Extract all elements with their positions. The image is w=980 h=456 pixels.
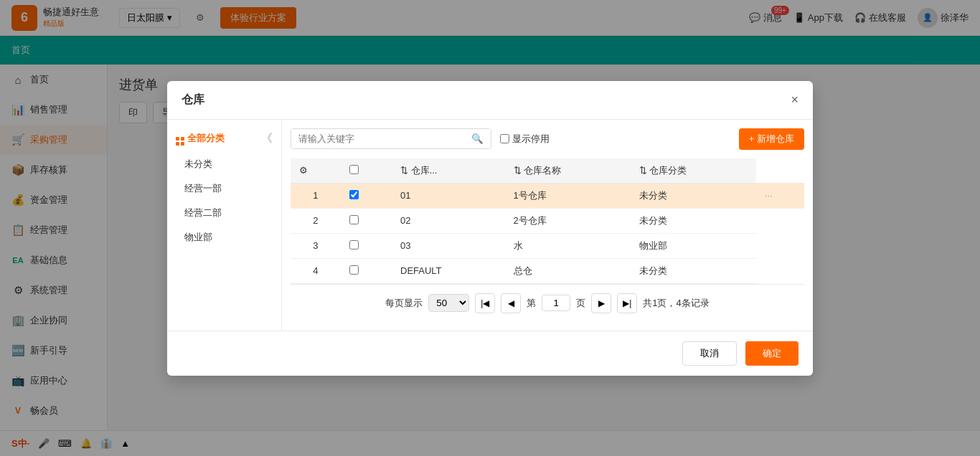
search-input[interactable]	[291, 129, 464, 148]
page-suffix: 页	[576, 297, 585, 310]
row-category: 未分类	[631, 258, 756, 283]
category-item-ops1[interactable]: 经营一部	[167, 176, 281, 201]
modal-title: 仓库	[182, 92, 204, 108]
modal-overlay: 仓库 × 全部分类 《	[0, 0, 980, 456]
table-toolbar: 🔍 显示停用 + 新增仓库	[291, 128, 804, 150]
show-disabled-label[interactable]: 显示停用	[500, 133, 550, 146]
row-checkbox[interactable]	[341, 258, 392, 283]
warehouse-table: ⚙ ⇅ 仓库... ⇅ 仓库名称 ⇅	[291, 158, 804, 284]
sort-icon: ⇅	[400, 165, 408, 176]
row-code: 01	[392, 183, 505, 208]
row-select-checkbox[interactable]	[349, 265, 359, 275]
last-page-btn[interactable]: ▶|	[617, 293, 637, 313]
row-name: 总仓	[505, 258, 631, 283]
row-checkbox[interactable]	[341, 183, 392, 208]
per-page-select[interactable]: 50 20 100	[428, 294, 469, 312]
row-category: 物业部	[631, 233, 756, 258]
category-sidebar: 全部分类 《 未分类 经营一部 经营二部 物业部	[167, 120, 282, 331]
row-category: 未分类	[631, 183, 756, 208]
grid-icon	[176, 137, 184, 146]
category-all-label: 全部分类	[176, 132, 225, 146]
sort-icon-name: ⇅	[514, 165, 522, 176]
first-page-btn[interactable]: |◀	[475, 293, 495, 313]
col-settings[interactable]: ⚙	[291, 158, 341, 184]
per-page-label: 每页显示	[385, 297, 423, 310]
modal-close-btn[interactable]: ×	[791, 92, 798, 108]
table-area: 🔍 显示停用 + 新增仓库 ⚙ ⇅	[282, 120, 813, 331]
category-item-unclassified[interactable]: 未分类	[167, 152, 281, 176]
row-name: 2号仓库	[505, 208, 631, 233]
row-name: 水	[505, 233, 631, 258]
category-all-header[interactable]: 全部分类 《	[167, 125, 281, 152]
search-btn[interactable]: 🔍	[464, 129, 491, 148]
table-row[interactable]: 4 DEFAULT 总仓 未分类	[291, 258, 804, 283]
select-all-checkbox[interactable]	[349, 165, 359, 174]
collapse-icon[interactable]: 《	[261, 131, 273, 146]
confirm-btn[interactable]: 确定	[745, 341, 798, 366]
modal-body: 全部分类 《 未分类 经营一部 经营二部 物业部 🔍	[167, 120, 813, 331]
row-actions[interactable]: ···	[756, 183, 804, 208]
prev-page-btn[interactable]: ◀	[501, 293, 521, 313]
add-warehouse-btn[interactable]: + 新增仓库	[739, 128, 804, 150]
table-row[interactable]: 3 03 水 物业部	[291, 233, 804, 258]
pagination: 每页显示 50 20 100 |◀ ◀ 第 页 ▶ ▶| 共1页，4条记录	[291, 284, 804, 322]
modal-header: 仓库 ×	[167, 81, 813, 120]
table-row[interactable]: 1 01 1号仓库 未分类 ···	[291, 183, 804, 208]
warehouse-modal: 仓库 × 全部分类 《	[167, 81, 813, 376]
show-disabled-checkbox[interactable]	[500, 134, 509, 143]
row-num: 3	[291, 233, 341, 258]
more-actions-btn[interactable]: ···	[765, 190, 773, 201]
row-code: DEFAULT	[392, 258, 505, 283]
row-code: 03	[392, 233, 505, 258]
col-code: ⇅ 仓库...	[392, 158, 505, 184]
row-category: 未分类	[631, 208, 756, 233]
row-num: 1	[291, 183, 341, 208]
col-checkbox-all[interactable]	[341, 158, 392, 184]
next-page-btn[interactable]: ▶	[591, 293, 611, 313]
category-item-ops2[interactable]: 经营二部	[167, 201, 281, 225]
category-item-property[interactable]: 物业部	[167, 225, 281, 250]
row-name: 1号仓库	[505, 183, 631, 208]
cancel-btn[interactable]: 取消	[682, 341, 737, 366]
sort-icon-cat: ⇅	[639, 165, 647, 176]
page-input[interactable]	[542, 295, 570, 311]
row-num: 2	[291, 208, 341, 233]
col-name: ⇅ 仓库名称	[505, 158, 631, 184]
page-label: 第	[527, 297, 536, 310]
row-num: 4	[291, 258, 341, 283]
row-select-checkbox[interactable]	[349, 240, 359, 250]
total-info: 共1页，4条记录	[643, 297, 709, 310]
row-code: 02	[392, 208, 505, 233]
modal-footer: 取消 确定	[167, 331, 813, 376]
row-checkbox[interactable]	[341, 233, 392, 258]
table-row[interactable]: 2 02 2号仓库 未分类	[291, 208, 804, 233]
col-category: ⇅ 仓库分类	[631, 158, 756, 184]
row-select-checkbox[interactable]	[349, 215, 359, 224]
row-select-checkbox[interactable]	[349, 190, 359, 199]
row-checkbox[interactable]	[341, 208, 392, 233]
search-box: 🔍	[291, 128, 491, 149]
